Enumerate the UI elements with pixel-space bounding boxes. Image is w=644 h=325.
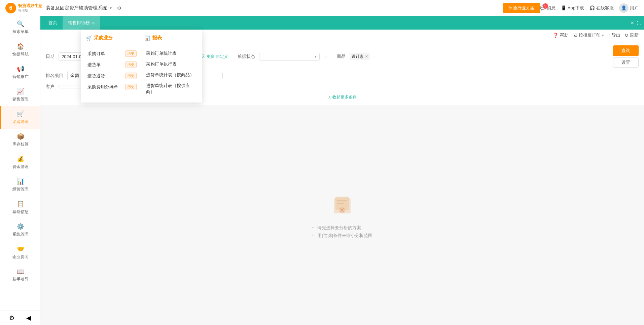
tab-sales-rank[interactable]: 销售排行榜 ✕	[63, 16, 100, 30]
order-status-dots[interactable]: ···	[324, 54, 327, 59]
chevron-down-icon[interactable]: ▾	[110, 6, 112, 10]
sidebar-item-operation[interactable]: 📊 经营管理	[0, 174, 40, 196]
tab-bar: 首页 销售排行榜 ✕ ✕ ⛶	[40, 16, 644, 30]
sidebar-items: 🔍 搜索菜单 🏠 快捷导航 📢 营销推广 📈 销售管理 🛒 采购管理 📦 库存核…	[0, 16, 40, 286]
tab-close-all-icon[interactable]: ✕	[631, 21, 634, 26]
logo-text: 畅捷通好生意 标准版	[18, 3, 42, 12]
enterprise-icon: 🤝	[17, 245, 24, 253]
top-actions: 💬 9 消息 📱 App下载 🎧 在线客服 👤 用户	[540, 3, 639, 13]
system-title-text: 装备及固定资产辅助管理系统	[46, 5, 107, 11]
query-button[interactable]: 查询	[613, 45, 639, 56]
collapse-sidebar-icon[interactable]: ◀	[26, 314, 31, 322]
report-items: 采购订单统计表采购订单执行表进货单统计表（按商品）进货单统计表（按供应商）	[145, 48, 196, 97]
sales-icon: 📈	[17, 88, 24, 95]
export-icon: ↑	[608, 33, 610, 38]
print-label: 按模板打印	[579, 32, 601, 38]
dropdown-menu: 🛒 采购业务 采购订单 历史 进货单 历史 进货退货 历史 采购费用分摊单 历史…	[81, 30, 202, 103]
avatar: 👤	[619, 3, 629, 13]
sidebar-item-inventory[interactable]: 📦 库存核算	[0, 129, 40, 151]
purchase-label: 采购管理	[12, 119, 29, 125]
history-badge: 历史	[125, 62, 137, 68]
help-action[interactable]: ❓ 帮助	[553, 32, 569, 38]
sidebar-item-search[interactable]: 🔍 搜索菜单	[0, 16, 40, 39]
purchase-item[interactable]: 采购订单 历史	[86, 48, 138, 59]
system-title-area: 装备及固定资产辅助管理系统 ▾ ⚙	[46, 3, 503, 13]
purchase-items: 采购订单 历史 进货单 历史 进货退货 历史 采购费用分摊单 历史	[86, 48, 138, 92]
headset-icon: 🎧	[589, 5, 595, 10]
system-label: 系统管理	[12, 232, 29, 237]
logo-area: 6 畅捷通好生意 标准版	[5, 3, 46, 13]
quick-nav-label: 快捷导航	[12, 51, 29, 57]
user-label: 用户	[630, 5, 639, 11]
settings-icon[interactable]: ⚙	[114, 3, 124, 13]
help-label: 帮助	[560, 32, 569, 38]
tab-home[interactable]: 首页	[43, 16, 63, 30]
phone-icon: 📱	[561, 5, 566, 10]
sidebar-item-system[interactable]: ⚙️ 系统管理	[0, 219, 40, 241]
operation-label: 经营管理	[12, 187, 29, 192]
collapse-button[interactable]: ∧ 收起更多条件	[328, 94, 357, 100]
logo-title: 畅捷通好生意	[18, 3, 42, 8]
app-download-action[interactable]: 📱 App下载	[561, 5, 584, 11]
empty-tips: 请先选择要分析的方案 用[过滤]条件来缩小分析范围	[312, 224, 372, 240]
sidebar-item-guide[interactable]: 📖 新手引导	[0, 264, 40, 286]
sidebar-item-quick-nav[interactable]: 🏠 快捷导航	[0, 39, 40, 61]
search-icon: 🔍	[17, 20, 24, 28]
marketing-icon: 📢	[17, 65, 24, 73]
online-service-label: 在线客服	[596, 5, 614, 11]
tab-bar-actions: ✕ ⛶	[631, 21, 641, 26]
order-status-control[interactable]: ▾	[259, 53, 320, 60]
sidebar-bottom: ⚙ ◀	[0, 311, 40, 325]
message-action[interactable]: 💬 9 消息	[540, 5, 556, 11]
report-item[interactable]: 采购订单统计表	[145, 48, 196, 59]
empty-tip-2: 用[过滤]条件来缩小分析范围	[312, 232, 372, 239]
search-label: 搜索菜单	[12, 29, 29, 35]
shortcut-more[interactable]: 更多	[207, 54, 215, 59]
report-item[interactable]: 进货单统计表（按供应商）	[145, 80, 196, 97]
online-service-action[interactable]: 🎧 在线客服	[589, 5, 614, 11]
report-item[interactable]: 进货单统计表（按商品）	[145, 70, 196, 80]
marketing-label: 营销推广	[12, 74, 29, 80]
purchase-item[interactable]: 采购费用分摊单 历史	[86, 81, 138, 92]
shortcut-custom[interactable]: 自定义	[216, 54, 228, 59]
tab-maximize-icon[interactable]: ⛶	[637, 21, 641, 26]
refresh-action[interactable]: ↻ 刷新	[624, 32, 639, 38]
product-tag-close[interactable]: ✕	[365, 54, 368, 59]
dropdown-report-title: 📊 报表	[145, 35, 196, 44]
sidebar-item-purchase[interactable]: 🛒 采购管理	[0, 106, 40, 129]
action-buttons: 查询 设置	[613, 45, 639, 68]
print-chevron-icon: ▾	[602, 33, 604, 38]
basic-info-icon: 📋	[17, 200, 24, 208]
product-dots[interactable]: ···	[371, 54, 375, 59]
sidebar-item-finance[interactable]: 💰 资金管理	[0, 151, 40, 174]
main-content: 请先选择要分析的方案 用[过滤]条件来缩小分析范围	[40, 106, 644, 325]
settings-button[interactable]: 设置	[613, 57, 639, 68]
tab-close-icon[interactable]: ✕	[92, 21, 95, 25]
export-action[interactable]: ↑ 导出	[608, 32, 620, 38]
quick-nav-icon: 🏠	[17, 43, 24, 50]
order-status-arrow-icon: ▾	[315, 54, 317, 59]
finance-label: 资金管理	[12, 164, 29, 170]
sidebar-item-marketing[interactable]: 📢 营销推广	[0, 61, 40, 84]
basic-info-label: 基础信息	[12, 209, 29, 215]
user-action[interactable]: 👤 用户	[619, 3, 639, 13]
purchase-item[interactable]: 进货退货 历史	[86, 70, 138, 81]
trial-button[interactable]: 体验行业方案	[503, 3, 540, 13]
finance-icon: 💰	[17, 155, 24, 163]
sidebar-item-basic-info[interactable]: 📋 基础信息	[0, 196, 40, 219]
history-badge: 历史	[125, 50, 137, 57]
inventory-icon: 📦	[17, 133, 24, 140]
purchase-title-text: 采购业务	[94, 35, 113, 41]
settings-bottom-icon[interactable]: ⚙	[9, 314, 14, 322]
collapse-up-icon: ∧	[328, 95, 331, 100]
print-action[interactable]: 🖨 按模板打印 ▾	[573, 32, 604, 38]
sidebar-item-sales[interactable]: 📈 销售管理	[0, 84, 40, 106]
notification-badge: 💬 9	[540, 5, 545, 10]
sidebar-item-enterprise[interactable]: 🤝 企业协同	[0, 241, 40, 264]
report-item[interactable]: 采购订单执行表	[145, 59, 196, 70]
empty-illustration	[329, 192, 356, 218]
collapse-label: 收起更多条件	[332, 94, 357, 100]
salesman-arrow-icon: ···	[217, 74, 220, 78]
refresh-icon: ↻	[624, 33, 629, 38]
purchase-item[interactable]: 进货单 历史	[86, 59, 138, 70]
